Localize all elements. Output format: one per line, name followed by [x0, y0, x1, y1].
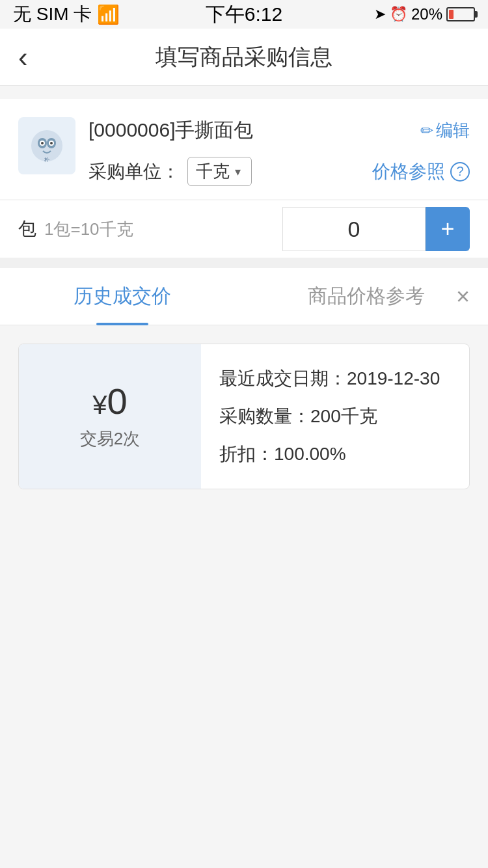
price-discount-value: 100.00% — [274, 444, 346, 464]
close-icon: × — [456, 283, 470, 310]
quantity-plus-button[interactable]: + — [426, 207, 470, 251]
product-logo: 朴 — [18, 117, 75, 174]
price-number: 0 — [107, 381, 128, 422]
quantity-value: 0 — [348, 217, 360, 242]
product-name-row: [0000006]手撕面包 ✏ 编辑 — [88, 117, 470, 144]
tab-close-button[interactable]: × — [456, 283, 470, 310]
quantity-unit-badge: 包 — [18, 217, 36, 241]
price-date-row: 最近成交日期：2019-12-30 — [219, 365, 451, 392]
nav-bar: ‹ 填写商品采购信息 — [0, 29, 488, 86]
battery-percent: 20% — [411, 5, 442, 23]
price-yuan-symbol: ¥ — [92, 390, 107, 419]
edit-label: 编辑 — [436, 119, 470, 142]
tab-bar: 历史成交价 商品价格参考 × — [0, 268, 488, 325]
quantity-unit-note: 1包=10千克 — [44, 218, 133, 241]
product-logo-icon: 朴 — [29, 128, 65, 164]
back-button[interactable]: ‹ — [18, 41, 28, 74]
price-quantity-row: 采购数量：200千克 — [219, 403, 451, 430]
unit-selector: 采购单位： 千克 ▾ — [88, 157, 252, 186]
price-card-right: 最近成交日期：2019-12-30 采购数量：200千克 折扣：100.00% — [201, 344, 469, 489]
status-carrier: 无 SIM 卡 📶 — [13, 2, 120, 27]
price-card: ¥0 交易2次 最近成交日期：2019-12-30 采购数量：200千克 折扣：… — [18, 344, 470, 489]
unit-label: 采购单位： — [88, 159, 180, 184]
edit-button[interactable]: ✏ 编辑 — [420, 119, 470, 142]
status-bar: 无 SIM 卡 📶 下午6:12 ➤ ⏰ 20% — [0, 0, 488, 29]
section-divider — [0, 258, 488, 268]
price-ref-label: 价格参照 — [372, 159, 445, 184]
unit-select-button[interactable]: 千克 ▾ — [187, 157, 252, 186]
back-icon: ‹ — [18, 41, 28, 74]
price-date-label: 最近成交日期： — [219, 368, 347, 388]
page-title: 填写商品采购信息 — [156, 42, 332, 72]
location-icon: ➤ — [374, 6, 386, 23]
unit-value: 千克 — [196, 160, 230, 183]
product-unit-row: 采购单位： 千克 ▾ 价格参照 ? — [88, 157, 470, 186]
svg-point-5 — [41, 142, 44, 144]
svg-point-6 — [50, 142, 53, 144]
tab-history-label: 历史成交价 — [74, 283, 171, 310]
price-ref-button[interactable]: 价格参照 ? — [372, 159, 470, 184]
tab-history-price[interactable]: 历史成交价 — [0, 268, 244, 325]
price-date-value: 2019-12-30 — [347, 368, 440, 388]
quantity-controls: 0 + — [282, 207, 470, 251]
alarm-icon: ⏰ — [390, 6, 407, 23]
quantity-unit-info: 包 1包=10千克 — [18, 217, 133, 241]
price-quantity-label: 采购数量： — [219, 406, 310, 426]
quantity-row: 包 1包=10千克 0 + — [0, 200, 488, 258]
sim-icon: 📶 — [97, 4, 120, 25]
status-time: 下午6:12 — [206, 1, 282, 28]
history-content: ¥0 交易2次 最近成交日期：2019-12-30 采购数量：200千克 折扣：… — [0, 325, 488, 781]
carrier-text: 无 SIM 卡 — [13, 2, 92, 27]
price-value: ¥0 — [92, 383, 127, 420]
tab-active-indicator — [96, 323, 148, 325]
product-info: [0000006]手撕面包 ✏ 编辑 采购单位： 千克 ▾ 价格参照 — [88, 117, 470, 186]
price-ref-help-icon: ? — [450, 162, 470, 182]
product-card: 朴 [0000006]手撕面包 ✏ 编辑 采购单位： 千克 ▾ — [0, 99, 488, 199]
quantity-input[interactable]: 0 — [282, 207, 426, 251]
product-name: [0000006]手撕面包 — [88, 117, 253, 144]
battery-indicator — [446, 7, 475, 21]
price-card-left: ¥0 交易2次 — [19, 344, 201, 489]
edit-icon: ✏ — [420, 122, 433, 140]
tab-product-price-ref[interactable]: 商品价格参考 — [244, 268, 488, 325]
chevron-down-icon: ▾ — [235, 165, 241, 179]
plus-icon: + — [441, 215, 454, 243]
price-discount-row: 折扣：100.00% — [219, 441, 451, 468]
status-right: ➤ ⏰ 20% — [374, 5, 475, 23]
tab-product-price-label: 商品价格参考 — [308, 283, 425, 310]
price-trade-count: 交易2次 — [80, 427, 140, 450]
price-discount-label: 折扣： — [219, 444, 274, 464]
svg-text:朴: 朴 — [44, 157, 50, 163]
price-quantity-value: 200千克 — [310, 406, 377, 426]
product-header: 朴 [0000006]手撕面包 ✏ 编辑 采购单位： 千克 ▾ — [18, 117, 470, 186]
